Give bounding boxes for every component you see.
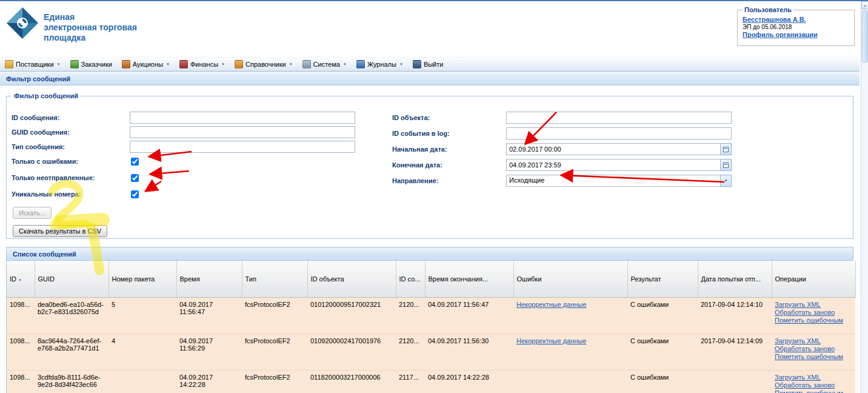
suppliers-icon xyxy=(5,60,13,69)
system-icon xyxy=(302,60,311,69)
download-csv-button[interactable]: Скачать результаты в CSV xyxy=(13,225,107,237)
error-details-link[interactable]: Некорректные данные xyxy=(516,337,586,344)
direction-select[interactable]: Исходящие ▼ xyxy=(506,175,732,187)
vertical-scrollbar[interactable]: ▲ xyxy=(861,1,868,393)
results-title: Список сообщений xyxy=(7,247,853,261)
start-date-calendar-button[interactable] xyxy=(721,143,732,155)
cell-result: С ошибками xyxy=(627,334,698,370)
menu-item-exit[interactable]: Выйти xyxy=(413,60,444,69)
column-header-guid[interactable]: GUID xyxy=(35,261,109,297)
column-header-packet[interactable]: Номер пакета xyxy=(109,261,176,297)
cell-type: fcsProtocolEF2 xyxy=(242,297,307,334)
unique-numbers-label: Уникальные номера: xyxy=(12,190,130,198)
column-header-result[interactable]: Результат xyxy=(627,261,698,297)
cell-operations: Загрузить XML Обработать заново Пометить… xyxy=(772,297,855,334)
org-profile-link[interactable]: Профиль организации xyxy=(743,31,849,39)
only-errors-checkbox[interactable] xyxy=(131,158,139,166)
table-header-row: ID▼ GUID Номер пакета Время Тип ID объек… xyxy=(7,261,855,297)
chevron-down-icon: ▼ xyxy=(166,62,170,66)
cell-end-time: 04.09.2017 11:56:47 xyxy=(425,297,513,334)
menu-item-auctions[interactable]: Аукционы▼ xyxy=(122,60,170,69)
cell-packet xyxy=(109,370,176,393)
reprocess-link[interactable]: Обработать заново xyxy=(775,309,852,317)
cell-event-id: 2117... xyxy=(396,370,425,393)
chevron-down-icon: ▼ xyxy=(221,62,225,66)
cell-end-time: 04.09.2017 11:56:30 xyxy=(425,334,513,370)
column-header-attempt-date[interactable]: Дата попытки отп... xyxy=(698,261,772,297)
filter-right-column: ID объекта: ID события в log: Начальная … xyxy=(392,112,756,190)
filter-panel: Фильтр сообщений ID сообщения: GUID сооб… xyxy=(6,92,853,239)
cell-id: 1098... xyxy=(7,370,35,393)
table-row: 1098... 8ac9644a-7264-e6ef-e768-a2b2a774… xyxy=(7,334,855,370)
user-name-link[interactable]: Бесстрашнова А.В. xyxy=(743,16,849,24)
search-button[interactable]: Искать... xyxy=(13,207,52,219)
start-date-input[interactable] xyxy=(506,143,721,155)
app-title: Единая электронная торговая площадка xyxy=(44,12,137,43)
cell-attempt-date: 2017-09-04 12:14:10 xyxy=(698,297,772,334)
cell-object-id: 0109200002417001976 xyxy=(307,334,396,370)
cell-attempt-date: 2017-09-04 12:14:09 xyxy=(698,334,772,370)
only-unsent-checkbox[interactable] xyxy=(131,174,139,182)
load-xml-link[interactable]: Загрузить XML xyxy=(775,301,852,309)
menu-item-suppliers[interactable]: Поставщики▼ xyxy=(5,60,61,69)
load-xml-link[interactable]: Загрузить XML xyxy=(775,337,852,345)
cell-errors: Некорректные данные xyxy=(513,334,627,370)
menu-item-customers[interactable]: Заказчики xyxy=(70,60,112,69)
column-header-errors[interactable]: Ошибки xyxy=(513,261,627,297)
user-panel-title: Пользователь xyxy=(743,6,793,13)
cell-object-id: 0101200009517002321 xyxy=(307,297,396,334)
mark-error-link[interactable]: Пометить ошибочным xyxy=(775,389,852,393)
app-window: ▲ Единая электронная торговая площадка П… xyxy=(0,0,868,393)
scroll-up-icon[interactable]: ▲ xyxy=(861,1,868,9)
page-title: Фильтр сообщений xyxy=(0,72,860,86)
column-header-object-id[interactable]: ID объекта xyxy=(307,261,396,297)
column-header-type[interactable]: Тип xyxy=(242,261,307,297)
column-header-id[interactable]: ID▼ xyxy=(7,261,35,297)
chevron-down-icon: ▼ xyxy=(343,62,347,66)
cell-result: С ошибками xyxy=(627,370,698,393)
message-type-input[interactable] xyxy=(130,141,355,153)
unique-numbers-checkbox[interactable] xyxy=(131,190,139,198)
end-date-label: Конечная дата: xyxy=(392,161,506,169)
menu-item-system[interactable]: Система▼ xyxy=(302,60,347,69)
reprocess-link[interactable]: Обработать заново xyxy=(775,381,852,389)
mark-error-link[interactable]: Пометить ошибочным xyxy=(775,317,852,324)
menu-item-journals[interactable]: Журналы▼ xyxy=(356,60,403,69)
end-date-calendar-button[interactable] xyxy=(721,159,732,171)
object-id-input[interactable] xyxy=(506,112,732,124)
table-row: 1098... dea0bed6-ea10-a56d-b2c7-e831d326… xyxy=(7,297,855,334)
direction-label: Направление: xyxy=(392,177,506,184)
scrollbar-thumb[interactable] xyxy=(862,10,868,62)
filter-left-column: ID сообщения: GUID сообщения: Тип сообще… xyxy=(12,112,375,237)
customers-icon xyxy=(70,60,79,69)
column-header-time[interactable]: Время xyxy=(176,261,242,297)
error-details-link[interactable]: Некорректные данные xyxy=(516,301,586,308)
chevron-down-icon: ▼ xyxy=(724,179,728,183)
column-header-event-id[interactable]: ID со... xyxy=(396,261,425,297)
message-id-input[interactable] xyxy=(130,112,355,124)
menu-item-finance[interactable]: Финансы▼ xyxy=(179,60,225,69)
cell-errors: Некорректные данные xyxy=(513,297,627,334)
mark-error-link[interactable]: Пометить ошибочным xyxy=(775,353,852,361)
log-event-id-input[interactable] xyxy=(506,127,732,139)
message-guid-label: GUID сообщения: xyxy=(12,129,130,136)
menu-item-directories[interactable]: Справочники▼ xyxy=(235,60,293,69)
chevron-down-icon: ▼ xyxy=(399,62,403,66)
cell-end-time: 04.09.2017 14:22:28 xyxy=(425,370,513,393)
load-xml-link[interactable]: Загрузить XML xyxy=(775,374,852,381)
cell-errors xyxy=(513,370,627,393)
column-header-operations[interactable]: Операции xyxy=(772,261,855,297)
column-header-end-time[interactable]: Время окончания... xyxy=(425,261,513,297)
cell-event-id: 2120... xyxy=(396,297,425,334)
message-guid-input[interactable] xyxy=(130,126,355,138)
cell-guid: dea0bed6-ea10-a56d-b2c7-e831d326075d xyxy=(35,297,109,334)
cell-attempt-date xyxy=(698,370,772,393)
direction-dropdown-button[interactable]: ▼ xyxy=(721,175,732,187)
journals-icon xyxy=(356,60,365,69)
only-errors-label: Только с ошибками: xyxy=(12,158,130,165)
end-date-input[interactable] xyxy=(506,159,721,171)
log-event-id-label: ID события в log: xyxy=(392,130,506,137)
results-panel: Список сообщений ID▼ GUID Номер пакета В… xyxy=(6,247,853,393)
reprocess-link[interactable]: Обработать заново xyxy=(775,345,852,353)
calendar-icon xyxy=(723,163,729,168)
